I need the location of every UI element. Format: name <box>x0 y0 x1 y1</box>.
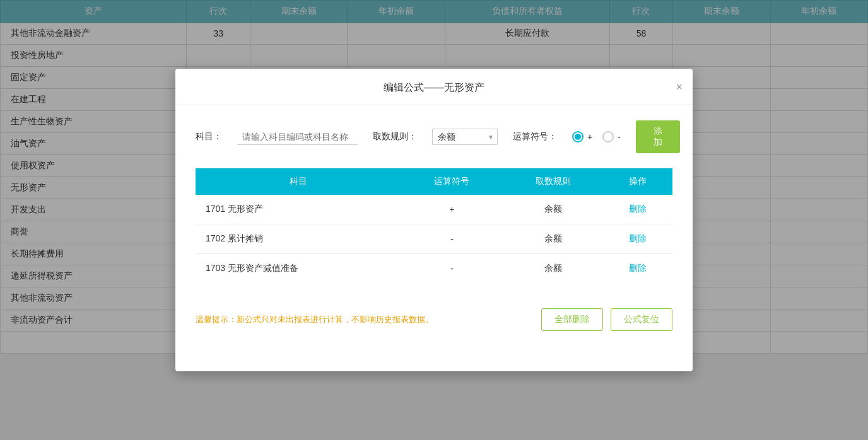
formula-subject: 1702 累计摊销 <box>196 224 401 254</box>
formula-rule: 余额 <box>502 195 603 224</box>
close-button[interactable]: × <box>676 81 683 93</box>
modal-footer: 温馨提示：新公式只对未出报表进行计算，不影响历史报表数据。 全部删除 公式复位 <box>175 298 693 346</box>
th-rule: 取数规则 <box>502 168 603 195</box>
modal-title: 编辑公式——无形资产 <box>384 82 484 93</box>
edit-formula-modal: 编辑公式——无形资产 × 科目： 取数规则： 余额 借方 贷方 借方发生额 贷方… <box>175 69 693 371</box>
formula-operator: - <box>401 254 502 284</box>
formula-subject: 1701 无形资产 <box>196 195 401 224</box>
operator-minus-radio[interactable]: - <box>602 131 621 142</box>
delete-all-button[interactable]: 全部删除 <box>541 308 603 331</box>
modal-header: 编辑公式——无形资产 × <box>175 69 693 105</box>
formula-table: 科目 运算符号 取数规则 操作 1701 无形资产 + 余额 删除 1702 累… <box>196 168 672 283</box>
formula-row: 1701 无形资产 + 余额 删除 <box>196 195 672 224</box>
operator-label: 运算符号： <box>513 131 557 142</box>
formula-operator: + <box>401 195 502 224</box>
formula-row: 1702 累计摊销 - 余额 删除 <box>196 224 672 254</box>
th-subject: 科目 <box>196 168 401 195</box>
reset-formula-button[interactable]: 公式复位 <box>611 308 672 331</box>
footer-tip: 温馨提示：新公式只对未出报表进行计算，不影响历史报表数据。 <box>196 314 433 325</box>
operator-radio-group: + - <box>572 131 621 142</box>
formula-rule: 余额 <box>502 224 603 254</box>
operator-plus-label: + <box>587 132 592 142</box>
rule-label: 取数规则： <box>373 131 417 142</box>
rule-select[interactable]: 余额 借方 贷方 借方发生额 贷方发生额 <box>432 129 498 145</box>
formula-operator: - <box>401 224 502 254</box>
subject-label: 科目： <box>196 131 222 142</box>
formula-rule: 余额 <box>502 254 603 284</box>
rule-select-wrapper: 余额 借方 贷方 借方发生额 贷方发生额 ▼ <box>432 129 498 145</box>
operator-minus-label: - <box>618 132 621 142</box>
modal-body: 科目： 取数规则： 余额 借方 贷方 借方发生额 贷方发生额 ▼ 运算符号： <box>175 105 693 298</box>
radio-plus-indicator <box>572 131 584 142</box>
operator-plus-radio[interactable]: + <box>572 131 592 142</box>
subject-input[interactable] <box>237 129 358 145</box>
th-operator: 运算符号 <box>401 168 502 195</box>
table-header-row: 科目 运算符号 取数规则 操作 <box>196 168 672 195</box>
add-button[interactable]: 添加 <box>636 120 680 153</box>
delete-link[interactable]: 删除 <box>629 204 647 214</box>
delete-link[interactable]: 删除 <box>629 233 647 243</box>
formula-subject: 1703 无形资产减值准备 <box>196 254 401 284</box>
formula-row: 1703 无形资产减值准备 - 余额 删除 <box>196 254 672 284</box>
th-action: 操作 <box>604 168 672 195</box>
modal-overlay: 编辑公式——无形资产 × 科目： 取数规则： 余额 借方 贷方 借方发生额 贷方… <box>0 0 868 440</box>
delete-link[interactable]: 删除 <box>629 263 647 273</box>
radio-minus-indicator <box>602 131 614 142</box>
formula-form: 科目： 取数规则： 余额 借方 贷方 借方发生额 贷方发生额 ▼ 运算符号： <box>196 120 672 153</box>
formula-action: 删除 <box>604 254 672 284</box>
formula-action: 删除 <box>604 224 672 254</box>
footer-buttons: 全部删除 公式复位 <box>541 308 672 331</box>
formula-action: 删除 <box>604 195 672 224</box>
